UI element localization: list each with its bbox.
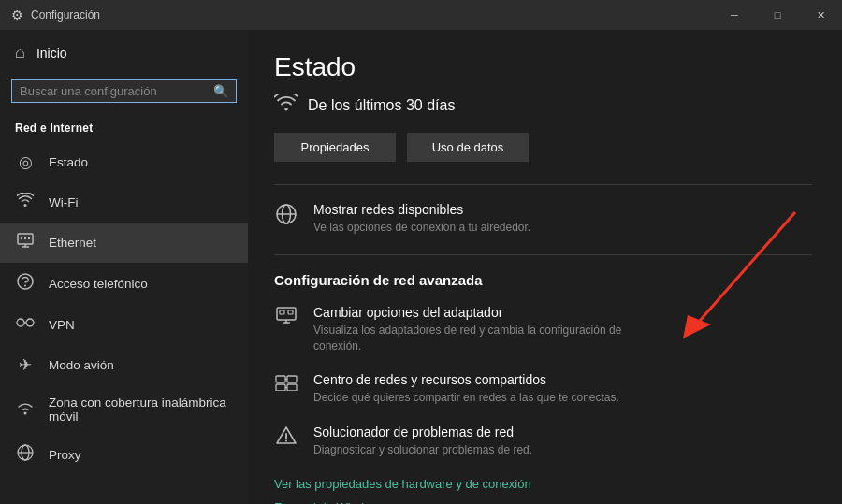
search-input[interactable] (20, 84, 213, 98)
sidebar-item-home[interactable]: ⌂ Inicio (0, 30, 248, 76)
divider-1 (274, 184, 812, 185)
advanced-heading: Configuración de red avanzada (274, 272, 812, 288)
svg-rect-4 (24, 237, 26, 239)
ethernet-icon (15, 233, 36, 252)
svg-rect-5 (28, 237, 30, 239)
troubleshoot-text: Solucionador de problemas de red Diagnos… (313, 425, 532, 458)
sidebar-item-label-zona: Zona con cobertura inalámbrica móvil (49, 396, 233, 424)
sidebar-item-label-proxy: Proxy (49, 448, 81, 462)
svg-point-11 (24, 411, 27, 414)
show-networks-desc: Ve las opciones de conexión a tu alreded… (313, 220, 530, 236)
sidebar-item-label-ethernet: Ethernet (49, 236, 96, 250)
titlebar-left: ⚙ Configuración (11, 7, 100, 22)
titlebar-title: Configuración (31, 8, 100, 22)
search-box[interactable]: 🔍 (11, 79, 237, 103)
show-networks-item[interactable]: Mostrar redes disponibles Ve las opcione… (274, 202, 812, 236)
search-icon: 🔍 (213, 84, 228, 98)
troubleshoot-desc: Diagnosticar y solucionar problemas de r… (313, 442, 532, 458)
sidebar-item-zona[interactable]: Zona con cobertura inalámbrica móvil (0, 385, 248, 434)
maximize-button[interactable]: □ (756, 0, 799, 30)
svg-point-7 (24, 285, 26, 287)
sidebar-item-label-estado: Estado (49, 155, 88, 169)
titlebar: ⚙ Configuración ─ □ ✕ (0, 0, 842, 30)
sidebar-section-label: Red e Internet (0, 114, 248, 142)
center-item[interactable]: Centro de redes y recursos compartidos D… (274, 372, 812, 406)
content-area: Estado De los últimos 30 días Propiedade… (248, 30, 842, 504)
svg-rect-20 (288, 310, 293, 314)
zona-icon (15, 400, 36, 420)
properties-button[interactable]: Propiedades (274, 133, 396, 162)
sidebar-item-label-acceso: Acceso telefónico (49, 277, 148, 291)
troubleshoot-title: Solucionador de problemas de red (313, 425, 532, 439)
svg-point-8 (17, 319, 24, 326)
button-row: Propiedades Uso de datos (274, 133, 812, 162)
show-networks-title: Mostrar redes disponibles (313, 202, 530, 217)
sidebar-item-label-wifi: Wi-Fi (49, 195, 78, 209)
center-text: Centro de redes y recursos compartidos D… (313, 372, 619, 406)
troubleshoot-item[interactable]: Solucionador de problemas de red Diagnos… (274, 425, 812, 458)
app-icon: ⚙ (11, 7, 23, 22)
sidebar-item-vpn[interactable]: VPN (0, 305, 248, 345)
svg-point-6 (18, 274, 33, 289)
modo-icon: ✈ (15, 355, 36, 375)
svg-rect-27 (287, 384, 297, 391)
adapter-text: Cambiar opciones del adaptador Visualiza… (313, 305, 669, 354)
wifi-status-row: De los últimos 30 días (274, 94, 812, 118)
center-title: Centro de redes y recursos compartidos (313, 372, 619, 387)
adapter-icon (274, 307, 298, 328)
svg-rect-19 (280, 310, 284, 314)
page-title: Estado (274, 52, 812, 82)
link-firewall[interactable]: Firewall de Windows (274, 500, 812, 504)
adapter-desc: Visualiza los adaptadores de red y cambi… (313, 323, 669, 354)
adapter-title: Cambiar opciones del adaptador (313, 305, 669, 320)
vpn-icon (15, 315, 36, 335)
show-networks-text: Mostrar redes disponibles Ve las opcione… (313, 202, 530, 236)
sidebar-item-wifi[interactable]: Wi-Fi (0, 182, 248, 223)
sidebar-item-label-vpn: VPN (49, 318, 75, 332)
adapter-item[interactable]: Cambiar opciones del adaptador Visualiza… (274, 305, 812, 354)
minimize-button[interactable]: ─ (713, 0, 756, 30)
close-button[interactable]: ✕ (799, 0, 842, 30)
center-desc: Decide qué quieres compartir en redes a … (313, 390, 619, 406)
svg-point-9 (26, 319, 34, 326)
proxy-icon (15, 444, 36, 466)
svg-rect-3 (21, 237, 22, 239)
svg-rect-24 (287, 376, 297, 382)
divider-2 (274, 254, 812, 255)
main-layout: ⌂ Inicio 🔍 Red e Internet ◎ Estado Wi-Fi (0, 30, 842, 504)
sidebar-item-label-modo: Modo avión (49, 358, 114, 372)
svg-rect-23 (276, 376, 285, 382)
estado-icon: ◎ (15, 152, 36, 172)
home-icon: ⌂ (15, 43, 25, 63)
svg-point-30 (285, 440, 287, 442)
sidebar-item-estado[interactable]: ◎ Estado (0, 142, 248, 182)
home-label: Inicio (36, 46, 67, 61)
data-usage-button[interactable]: Uso de datos (407, 133, 529, 162)
sidebar-item-modo[interactable]: ✈ Modo avión (0, 345, 248, 385)
show-networks-icon (274, 204, 298, 229)
titlebar-controls: ─ □ ✕ (713, 0, 842, 30)
troubleshoot-icon (274, 426, 298, 450)
center-icon (274, 374, 298, 396)
sidebar: ⌂ Inicio 🔍 Red e Internet ◎ Estado Wi-Fi (0, 30, 248, 504)
acceso-icon (15, 273, 36, 295)
wifi-status-label: De los últimos 30 días (308, 97, 455, 114)
sidebar-item-ethernet[interactable]: Ethernet (0, 223, 248, 263)
sidebar-item-proxy[interactable]: Proxy (0, 434, 248, 476)
wifi-status-icon (274, 94, 298, 118)
svg-rect-26 (276, 384, 285, 391)
wifi-nav-icon (15, 193, 36, 212)
sidebar-item-acceso[interactable]: Acceso telefónico (0, 263, 248, 305)
link-hardware[interactable]: Ver las propiedades de hardware y de con… (274, 477, 812, 491)
